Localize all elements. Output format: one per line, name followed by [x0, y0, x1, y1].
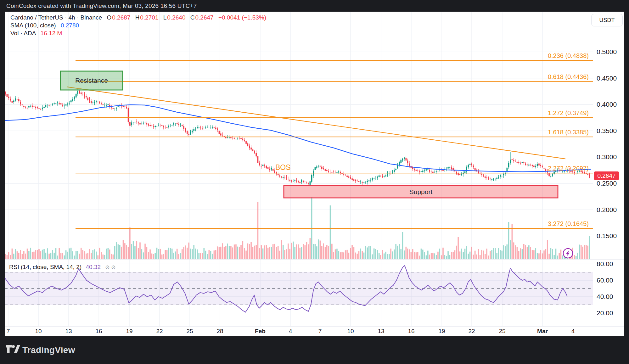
- svg-text:7: 7: [318, 328, 322, 334]
- bos-annotation: BOS: [275, 163, 291, 172]
- svg-text:19: 19: [126, 328, 132, 334]
- open-label: O: [107, 14, 111, 21]
- svg-text:4: 4: [571, 328, 575, 334]
- svg-text:Feb: Feb: [255, 328, 266, 334]
- lightning-boost-icon[interactable]: [563, 249, 573, 258]
- svg-text:0.4000: 0.4000: [597, 101, 617, 108]
- volume-value: 16.12 M: [41, 30, 62, 36]
- low-value: 0.2640: [167, 14, 185, 21]
- rsi-value: 40.32: [86, 264, 101, 270]
- svg-text:0.236 (0.4838): 0.236 (0.4838): [548, 52, 589, 59]
- svg-text:10: 10: [35, 328, 42, 334]
- legend-volume-row: Vol · ADA 16.12 M: [10, 29, 266, 37]
- svg-text:40.00: 40.00: [597, 293, 613, 300]
- tradingview-wordmark: TradingView: [22, 345, 75, 355]
- svg-text:16: 16: [408, 328, 414, 334]
- tradingview-logo-icon: [6, 345, 20, 355]
- low-label: L: [163, 14, 167, 21]
- currency-toggle-button[interactable]: USDT: [591, 14, 623, 26]
- svg-text:19: 19: [438, 328, 445, 334]
- high-label: H: [135, 14, 140, 21]
- svg-text:80.00: 80.00: [597, 260, 613, 267]
- high-value: 0.2701: [140, 14, 158, 21]
- sma-value: 0.2780: [61, 22, 79, 29]
- last-price-tag: 0.2647: [594, 171, 619, 180]
- svg-text:1.272 (0.3749): 1.272 (0.3749): [548, 109, 589, 116]
- svg-text:28: 28: [216, 328, 223, 334]
- svg-text:60.00: 60.00: [597, 277, 613, 284]
- svg-text:0.1500: 0.1500: [597, 232, 617, 239]
- svg-text:22: 22: [468, 328, 475, 334]
- svg-text:7: 7: [7, 328, 10, 334]
- close-value: 0.2647: [195, 14, 213, 21]
- open-value: 0.2687: [112, 14, 130, 21]
- chart-canvas[interactable]: 0.236 (0.4838)0.618 (0.4436)1.272 (0.374…: [0, 0, 629, 364]
- svg-text:25: 25: [186, 328, 193, 334]
- svg-text:16: 16: [95, 328, 102, 334]
- rsi-label: RSI (14, close, SMA, 14, 2): [9, 264, 81, 270]
- svg-text:25: 25: [499, 328, 505, 334]
- symbol-legend: Cardano / TetherUS · 4h · Binance O0.268…: [10, 14, 266, 37]
- svg-text:0.5000: 0.5000: [597, 48, 617, 55]
- svg-text:13: 13: [378, 328, 384, 334]
- svg-text:0.2500: 0.2500: [597, 180, 617, 187]
- symbol-title: Cardano / TetherUS · 4h · Binance: [10, 14, 102, 21]
- svg-text:20.00: 20.00: [597, 309, 613, 316]
- rsi-legend: RSI (14, close, SMA, 14, 2) 40.32 ⊘ ⊘: [9, 264, 116, 271]
- svg-text:22: 22: [156, 328, 163, 334]
- svg-text:0.4500: 0.4500: [597, 75, 617, 82]
- svg-text:4: 4: [289, 328, 292, 334]
- svg-text:10: 10: [347, 328, 354, 334]
- legend-ohlc-row: Cardano / TetherUS · 4h · Binance O0.268…: [10, 14, 266, 21]
- svg-text:3.272 (0.1645): 3.272 (0.1645): [548, 220, 589, 227]
- svg-text:0.3000: 0.3000: [597, 153, 617, 160]
- svg-text:0.618 (0.4436): 0.618 (0.4436): [548, 73, 589, 80]
- support-zone-label: Support: [284, 186, 558, 198]
- svg-text:2.272 (0.2697): 2.272 (0.2697): [548, 165, 589, 172]
- rsi-hidden-series-icons[interactable]: ⊘ ⊘: [105, 264, 115, 270]
- sma-label: SMA (100, close): [10, 22, 56, 29]
- close-label: C: [190, 14, 195, 21]
- resistance-zone-label: Resistance: [60, 71, 123, 90]
- volume-label: Vol · ADA: [10, 30, 36, 36]
- footer-bar: TradingView: [0, 336, 629, 364]
- svg-text:13: 13: [65, 328, 72, 334]
- svg-text:Mar: Mar: [537, 328, 548, 334]
- svg-text:0.3500: 0.3500: [597, 127, 617, 134]
- legend-sma-row: SMA (100, close) 0.2780: [10, 21, 266, 29]
- svg-text:1.618 (0.3385): 1.618 (0.3385): [548, 129, 589, 136]
- tradingview-chart-window: CoinCodex created with TradingView.com, …: [0, 0, 629, 364]
- svg-text:0.2000: 0.2000: [597, 206, 617, 213]
- change-value: −0.0041 (−1.53%): [218, 14, 266, 21]
